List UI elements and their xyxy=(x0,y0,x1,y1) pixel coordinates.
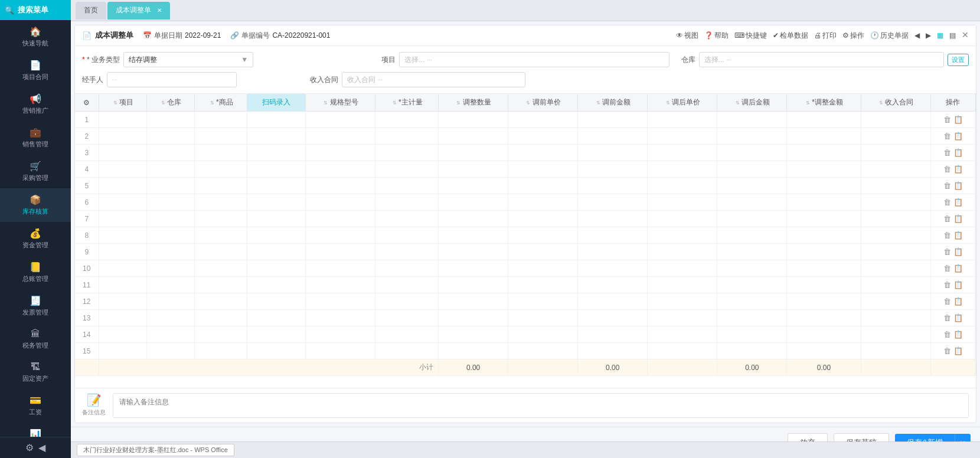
nav-next-icon[interactable]: ▶ xyxy=(926,31,931,40)
cell-spec-3[interactable] xyxy=(306,145,375,161)
delete-row-icon-13[interactable]: 🗑 xyxy=(943,313,951,322)
cell-scan-1[interactable] xyxy=(247,112,305,128)
sidebar-item-ledger-management[interactable]: 📒总账管理 xyxy=(0,256,71,289)
cell-adj-qty-1[interactable] xyxy=(439,112,508,128)
cell-main-qty-15[interactable] xyxy=(375,343,439,359)
cell-pre-price-11[interactable] xyxy=(508,277,578,293)
close-form-button[interactable]: ✕ xyxy=(962,30,969,40)
cell-scan-13[interactable] xyxy=(247,310,305,326)
cell-income-contract-1[interactable] xyxy=(861,112,930,128)
cell-post-amount-6[interactable] xyxy=(717,194,787,211)
cell-spec-12[interactable] xyxy=(306,293,375,310)
cell-pre-amount-15[interactable] xyxy=(578,343,648,359)
cell-adj-amount-4[interactable] xyxy=(787,161,861,178)
cell-pre-price-3[interactable] xyxy=(508,145,578,161)
copy-row-icon-12[interactable]: 📋 xyxy=(953,297,963,306)
copy-row-icon-2[interactable]: 📋 xyxy=(953,132,963,140)
cell-main-qty-4[interactable] xyxy=(375,161,439,178)
cell-post-price-15[interactable] xyxy=(648,343,717,359)
cell-warehouse-3[interactable] xyxy=(146,145,194,161)
collapse-icon[interactable]: ◀ xyxy=(38,442,45,453)
cell-scan-12[interactable] xyxy=(247,293,305,310)
cell-income-contract-6[interactable] xyxy=(861,194,930,211)
cell-pre-amount-13[interactable] xyxy=(578,310,648,326)
cell-pre-amount-10[interactable] xyxy=(578,260,648,277)
cell-post-amount-8[interactable] xyxy=(717,227,787,244)
sidebar-item-inventory-calc[interactable]: 📦库存核算 xyxy=(0,188,71,222)
cell-adj-amount-5[interactable] xyxy=(787,178,861,194)
cell-main-qty-2[interactable] xyxy=(375,128,439,145)
delete-row-icon-1[interactable]: 🗑 xyxy=(943,115,951,124)
cell-post-amount-11[interactable] xyxy=(717,277,787,293)
cell-adj-qty-6[interactable] xyxy=(439,194,508,211)
warehouse-settings-btn[interactable]: 设置 xyxy=(948,54,969,66)
cell-adj-qty-10[interactable] xyxy=(439,260,508,277)
cell-pre-amount-9[interactable] xyxy=(578,244,648,260)
cell-project-4[interactable] xyxy=(99,161,146,178)
cell-post-price-8[interactable] xyxy=(648,227,717,244)
cell-adj-amount-10[interactable] xyxy=(787,260,861,277)
cell-post-amount-4[interactable] xyxy=(717,161,787,178)
cell-pre-amount-2[interactable] xyxy=(578,128,648,145)
cell-adj-amount-7[interactable] xyxy=(787,211,861,227)
cell-adj-amount-9[interactable] xyxy=(787,244,861,260)
cell-main-qty-9[interactable] xyxy=(375,244,439,260)
cell-product-14[interactable] xyxy=(195,326,247,343)
cell-post-price-9[interactable] xyxy=(648,244,717,260)
cell-spec-4[interactable] xyxy=(306,161,375,178)
cell-post-amount-1[interactable] xyxy=(717,112,787,128)
cell-post-price-2[interactable] xyxy=(648,128,717,145)
cell-product-10[interactable] xyxy=(195,260,247,277)
cell-adj-qty-2[interactable] xyxy=(439,128,508,145)
cell-pre-amount-7[interactable] xyxy=(578,211,648,227)
cell-adj-qty-11[interactable] xyxy=(439,277,508,293)
cell-scan-2[interactable] xyxy=(247,128,305,145)
cell-product-2[interactable] xyxy=(195,128,247,145)
search-menu-button[interactable]: 🔍 搜索菜单 xyxy=(0,0,71,20)
income-contract-input[interactable]: 收入合同 ··· xyxy=(342,72,526,87)
cell-main-qty-1[interactable] xyxy=(375,112,439,128)
cell-pre-amount-12[interactable] xyxy=(578,293,648,310)
cell-post-amount-9[interactable] xyxy=(717,244,787,260)
cell-pre-price-14[interactable] xyxy=(508,326,578,343)
cell-warehouse-14[interactable] xyxy=(146,326,194,343)
help-action[interactable]: ❓ 帮助 xyxy=(704,31,729,41)
delete-row-icon-9[interactable]: 🗑 xyxy=(943,247,951,256)
cell-pre-price-15[interactable] xyxy=(508,343,578,359)
note-input[interactable] xyxy=(113,393,969,418)
cell-income-contract-11[interactable] xyxy=(861,277,930,293)
cell-adj-amount-12[interactable] xyxy=(787,293,861,310)
project-select[interactable]: 选择... ··· xyxy=(399,52,669,67)
cell-product-11[interactable] xyxy=(195,277,247,293)
cell-product-6[interactable] xyxy=(195,194,247,211)
cell-product-8[interactable] xyxy=(195,227,247,244)
cell-income-contract-3[interactable] xyxy=(861,145,930,161)
cell-main-qty-5[interactable] xyxy=(375,178,439,194)
cell-spec-6[interactable] xyxy=(306,194,375,211)
cell-warehouse-15[interactable] xyxy=(146,343,194,359)
sidebar-item-fixed-assets[interactable]: 🏗固定资产 xyxy=(0,356,71,389)
cell-post-price-5[interactable] xyxy=(648,178,717,194)
cell-adj-amount-14[interactable] xyxy=(787,326,861,343)
tab-home[interactable]: 首页 xyxy=(76,2,106,19)
copy-row-icon-14[interactable]: 📋 xyxy=(953,330,963,339)
cell-main-qty-11[interactable] xyxy=(375,277,439,293)
cell-income-contract-10[interactable] xyxy=(861,260,930,277)
cell-scan-3[interactable] xyxy=(247,145,305,161)
cell-pre-amount-11[interactable] xyxy=(578,277,648,293)
delete-row-icon-3[interactable]: 🗑 xyxy=(943,148,951,157)
cell-adj-amount-1[interactable] xyxy=(787,112,861,128)
cell-scan-7[interactable] xyxy=(247,211,305,227)
cell-project-6[interactable] xyxy=(99,194,146,211)
delete-row-icon-7[interactable]: 🗑 xyxy=(943,214,951,223)
cell-project-7[interactable] xyxy=(99,211,146,227)
cell-post-amount-15[interactable] xyxy=(717,343,787,359)
delete-row-icon-4[interactable]: 🗑 xyxy=(943,165,951,174)
cell-adj-qty-13[interactable] xyxy=(439,310,508,326)
cell-income-contract-9[interactable] xyxy=(861,244,930,260)
delete-row-icon-2[interactable]: 🗑 xyxy=(943,132,951,140)
cell-product-9[interactable] xyxy=(195,244,247,260)
cell-project-3[interactable] xyxy=(99,145,146,161)
sidebar-item-quick-nav[interactable]: 🏠快速导航 xyxy=(0,20,71,54)
cell-product-13[interactable] xyxy=(195,310,247,326)
